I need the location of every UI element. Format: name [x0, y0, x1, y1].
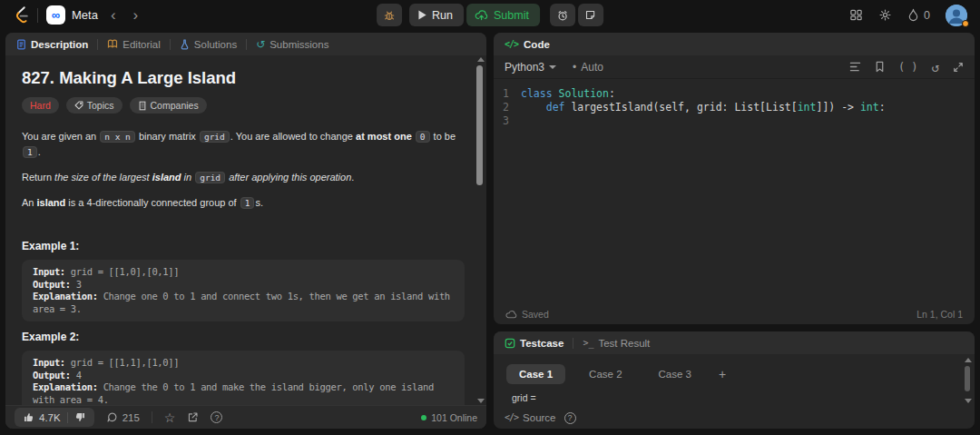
- line-number: 2: [494, 101, 521, 114]
- favorite-star-icon[interactable]: ☆: [164, 411, 176, 424]
- case-2-button[interactable]: Case 2: [576, 364, 634, 384]
- divider: [170, 39, 171, 50]
- chevron-down-icon: [549, 65, 556, 69]
- tab-label: Solutions: [194, 39, 237, 50]
- scroll-up-arrow-icon[interactable]: [477, 57, 485, 62]
- format-lines-icon[interactable]: [849, 62, 861, 72]
- streak-counter[interactable]: 0: [907, 8, 930, 22]
- terminal-prompt-icon: >_: [583, 338, 593, 348]
- help-icon[interactable]: ?: [564, 412, 576, 424]
- tab-label: Description: [31, 39, 88, 50]
- settings-gear-icon[interactable]: [878, 8, 892, 22]
- next-question-chevron-icon[interactable]: ›: [129, 7, 143, 23]
- language-label: Python3: [505, 61, 544, 74]
- bookmark-icon[interactable]: [875, 61, 885, 73]
- paragraph: An island is a 4-directionally connected…: [22, 195, 465, 211]
- line-number: 3: [494, 114, 521, 128]
- play-icon: [417, 10, 426, 20]
- note-icon: [584, 9, 596, 21]
- tab-label: Code: [524, 39, 550, 50]
- code-editor[interactable]: 1 class Solution: 2 def largestIsland(se…: [494, 79, 975, 128]
- vote-group: 4.7K: [15, 408, 94, 427]
- case-tabs: Case 1 Case 2 Case 3 +: [494, 354, 975, 384]
- scroll-up-arrow-icon[interactable]: [965, 358, 972, 362]
- code-tab-bar: </> Code: [494, 33, 975, 55]
- topbar-right: 0: [849, 5, 980, 26]
- tab-label: Testcase: [520, 338, 564, 349]
- book-icon: [107, 39, 118, 49]
- submit-button[interactable]: Submit: [466, 4, 540, 26]
- divider: [246, 39, 247, 50]
- example-explanation: Explanation: Change the 0 to 1 and make …: [33, 381, 456, 405]
- editor-toolbar: Python3 • Auto ( ) ↺: [494, 55, 975, 79]
- add-case-button[interactable]: +: [715, 367, 730, 381]
- paragraph: Return the size of the largest island in…: [22, 170, 465, 185]
- tab-description[interactable]: Description: [15, 39, 90, 50]
- tag-icon: [74, 101, 83, 110]
- history-icon: ↺: [256, 39, 265, 50]
- topics-label: Topics: [87, 100, 114, 111]
- code-line: 1 class Solution:: [494, 87, 975, 101]
- avatar[interactable]: [946, 5, 967, 26]
- scrollbar-thumb[interactable]: [476, 65, 483, 185]
- example-block: Input: grid = [[1,1],[1,0]] Output: 4 Ex…: [22, 351, 465, 405]
- reset-code-icon[interactable]: ↺: [932, 61, 939, 74]
- share-icon[interactable]: [187, 411, 199, 423]
- scroll-down-arrow-icon[interactable]: [477, 399, 485, 403]
- brackets-icon[interactable]: ( ): [898, 62, 918, 73]
- language-select[interactable]: Python3: [505, 61, 556, 74]
- tab-submissions[interactable]: ↺ Submissions: [254, 39, 330, 50]
- code-text: def largestIsland(self, grid: List[List[…: [521, 101, 886, 114]
- debug-button[interactable]: [377, 4, 402, 26]
- run-button[interactable]: Run: [409, 4, 464, 26]
- dot-icon: •: [573, 61, 576, 74]
- dislike-button[interactable]: [68, 411, 93, 423]
- help-icon[interactable]: ?: [211, 411, 222, 423]
- prev-question-chevron-icon[interactable]: ‹: [106, 7, 121, 23]
- case-3-button[interactable]: Case 3: [646, 364, 704, 384]
- like-button[interactable]: 4.7K: [16, 411, 67, 423]
- cloud-icon: [505, 310, 517, 319]
- editor-tools: ( ) ↺: [849, 61, 964, 74]
- flask-icon: [180, 39, 190, 50]
- comment-count: 215: [122, 412, 140, 423]
- example-block: Input: grid = [[1,0],[0,1]] Output: 3 Ex…: [22, 260, 465, 321]
- cursor-position: Ln 1, Col 1: [916, 309, 963, 320]
- tab-testcase[interactable]: Testcase: [503, 338, 565, 349]
- divider: [152, 411, 152, 423]
- scroll-down-arrow-icon[interactable]: [965, 399, 972, 403]
- source-button[interactable]: </> Source: [505, 412, 556, 423]
- scrollbar-thumb[interactable]: [965, 366, 970, 391]
- comments-button[interactable]: 215: [106, 411, 140, 423]
- tab-solutions[interactable]: Solutions: [178, 39, 239, 50]
- leetcode-logo[interactable]: [13, 5, 29, 25]
- tab-label: Editorial: [122, 39, 161, 50]
- tab-editorial[interactable]: Editorial: [105, 39, 162, 50]
- description-footer: 4.7K 215 ☆: [5, 405, 486, 429]
- tab-label: Test Result: [598, 338, 650, 349]
- like-count: 4.7K: [39, 412, 61, 423]
- code-editor-panel: </> Code Python3 • Auto ( ) ↺: [494, 33, 975, 324]
- layout-icon[interactable]: [849, 8, 863, 22]
- cloud-upload-icon: [475, 9, 488, 21]
- companies-badge[interactable]: Companies: [130, 97, 207, 114]
- submit-label: Submit: [494, 9, 529, 22]
- expand-icon[interactable]: [953, 62, 964, 73]
- testcase-scrollbar[interactable]: [964, 358, 972, 403]
- case-1-button[interactable]: Case 1: [506, 364, 565, 384]
- example-input: Input: grid = [[1,1],[1,0]]: [33, 357, 456, 370]
- alarm-clock-icon: [556, 9, 569, 22]
- tab-test-result[interactable]: >_ Test Result: [581, 338, 652, 349]
- online-count: 101 Online: [431, 412, 477, 423]
- difficulty-badge[interactable]: Hard: [22, 97, 59, 114]
- grid-param-label: grid =: [494, 384, 975, 403]
- timer-button[interactable]: [550, 4, 575, 26]
- notes-button[interactable]: [578, 4, 603, 26]
- description-scrollbar[interactable]: [475, 57, 485, 403]
- checkbox-icon: [505, 338, 515, 349]
- tab-label: Submissions: [270, 39, 328, 50]
- autocomplete-toggle[interactable]: • Auto: [573, 61, 603, 74]
- workspace-switcher[interactable]: ∞ Meta: [46, 5, 98, 25]
- tab-code[interactable]: </> Code: [503, 39, 552, 50]
- topics-badge[interactable]: Topics: [66, 97, 122, 114]
